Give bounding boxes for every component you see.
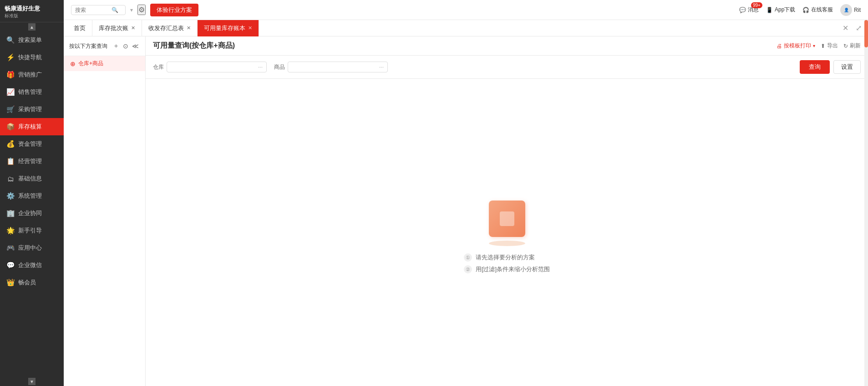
settings-scheme-btn[interactable]: ⊙	[122, 41, 129, 51]
header-right: 💬 消息 99+ 📱 App下载 🎧 在线客服 👤 Rit	[739, 4, 861, 16]
left-panel-actions: ＋ ⊙ ≪	[112, 41, 140, 51]
sidebar-item-marketing[interactable]: 🎁 营销推广	[0, 66, 64, 83]
sidebar-item-label: 采购管理	[18, 105, 42, 113]
avatar: 👤	[840, 4, 852, 16]
search-icon: 🔍	[6, 36, 15, 44]
tab-receipt-summary-label: 收发存汇总表	[148, 24, 184, 32]
empty-hint-1: ① 请先选择要分析的方案	[464, 253, 550, 262]
sidebar-logo: 畅康通好生意 标准版	[0, 0, 64, 22]
tab-receipt-summary[interactable]: 收发存汇总表 ✕	[142, 20, 198, 36]
sidebar-item-system[interactable]: ⚙️ 系统管理	[0, 187, 64, 205]
scheme-item-warehouse-product[interactable]: ⊕ 仓库+商品	[64, 56, 145, 71]
product-input[interactable]: ···	[288, 62, 388, 72]
scroll-down-btn[interactable]: ▼	[28, 378, 36, 385]
sidebar-item-member[interactable]: 👑 畅会员	[0, 274, 64, 291]
home-label: 首页	[74, 24, 86, 32]
dropdown-arrow-icon[interactable]: ▾	[130, 7, 133, 13]
sidebar-item-purchase[interactable]: 🛒 采购管理	[0, 101, 64, 118]
right-content: 可用量查询(按仓库+商品) 🖨 按模板打印 ▾ ⬆ 导出 ↻ 刷新	[146, 36, 868, 386]
empty-illustration	[480, 191, 534, 246]
username-label: Rit	[854, 7, 861, 13]
empty-box-graphic	[489, 201, 525, 237]
export-label: 导出	[827, 42, 838, 50]
query-btn[interactable]: 查询	[800, 60, 830, 74]
expand-tabs-btn[interactable]: ⤢	[853, 23, 864, 33]
warehouse-input[interactable]: ···	[167, 62, 267, 72]
sidebar-item-label: 快捷导航	[18, 53, 42, 62]
box-face	[500, 211, 514, 226]
industry-solution-btn[interactable]: 体验行业方案	[150, 4, 198, 16]
sidebar-item-inventory[interactable]: 📦 库存核算	[0, 118, 64, 135]
search-input[interactable]	[75, 7, 112, 13]
user-profile-btn[interactable]: 👤 Rit	[840, 4, 861, 16]
gift-icon: 🎁	[6, 71, 15, 79]
add-scheme-btn[interactable]: ＋	[112, 41, 120, 51]
close-all-tabs-btn[interactable]: ✕	[840, 23, 851, 33]
scroll-up-btn[interactable]: ▲	[28, 23, 36, 31]
scrollbar-thumb[interactable]	[864, 20, 868, 47]
sidebar-item-quick-nav[interactable]: ⚡ 快捷导航	[0, 49, 64, 66]
content-area: 按以下方案查询 ＋ ⊙ ≪ ⊕ 仓库+商品 可用量查询(按仓库+商品) 🖨	[64, 36, 868, 386]
sidebar-item-new-guide[interactable]: 🌟 新手引导	[0, 222, 64, 239]
export-btn[interactable]: ⬆ 导出	[821, 42, 838, 50]
product-more-btn[interactable]: ···	[379, 64, 384, 70]
empty-shadow	[489, 241, 525, 246]
right-scrollbar	[864, 20, 868, 386]
scheme-icon: ⊕	[70, 60, 76, 67]
sidebar-item-finance[interactable]: 💰 资金管理	[0, 135, 64, 153]
game-icon: 🎮	[6, 244, 15, 252]
left-panel-title: 按以下方案查询	[69, 42, 109, 50]
online-service-btn[interactable]: 🎧 在线客服	[802, 6, 833, 14]
sidebar-item-label: 营销推广	[18, 71, 42, 79]
tab-home[interactable]: 首页	[67, 20, 92, 36]
top-search-box[interactable]: 🔍	[71, 5, 126, 15]
main-area: 🔍 ▾ ⚙ 体验行业方案 💬 消息 99+ 📱 App下载 🎧 在线客服 👤	[64, 0, 868, 386]
filter-actions: 查询 设置	[800, 60, 861, 74]
lightning-icon: ⚡	[6, 53, 15, 62]
chat-icon: 💬	[6, 261, 15, 269]
money-icon: 💰	[6, 140, 15, 148]
tab-available-ledger[interactable]: 可用量库存账本 ✕	[198, 20, 259, 36]
tab-available-ledger-close[interactable]: ✕	[248, 25, 252, 31]
hint-num-2: ②	[464, 265, 472, 273]
avatar-initials: 👤	[844, 8, 849, 12]
sidebar-item-search[interactable]: 🔍 搜索菜单	[0, 31, 64, 49]
sidebar-item-app-center[interactable]: 🎮 应用中心	[0, 239, 64, 257]
sidebar-item-label: 应用中心	[18, 244, 42, 252]
sidebar-item-wechat[interactable]: 💬 企业微信	[0, 257, 64, 274]
warehouse-filter: 仓库 ···	[153, 62, 267, 72]
app-subtitle: 标准版	[5, 13, 59, 19]
crown-icon: 👑	[6, 278, 15, 287]
sidebar-item-label: 销售管理	[18, 88, 42, 96]
tabs-right: ✕ ⤢	[840, 23, 864, 33]
sidebar-scroll-down[interactable]: ▼	[0, 377, 64, 386]
empty-hints: ① 请先选择要分析的方案 ② 用[过滤]条件来缩小分析范围	[464, 253, 550, 273]
tab-batch-ledger[interactable]: 库存批次账 ✕	[92, 20, 142, 36]
sidebar-item-sales[interactable]: 📈 销售管理	[0, 83, 64, 101]
message-badge: 99+	[751, 2, 762, 8]
message-btn[interactable]: 💬 消息 99+	[739, 6, 759, 14]
sidebar-item-enterprise[interactable]: 🏢 企业协同	[0, 205, 64, 222]
sidebar-item-label: 库存核算	[18, 123, 42, 131]
sidebar-item-label: 搜索菜单	[18, 36, 42, 44]
sidebar-nav: 🔍 搜索菜单 ⚡ 快捷导航 🎁 营销推广 📈 销售管理 🛒 采购管理 📦 库存核…	[0, 31, 64, 377]
page-title: 可用量查询(按仓库+商品)	[153, 41, 777, 51]
left-filter-panel: 按以下方案查询 ＋ ⊙ ≪ ⊕ 仓库+商品	[64, 36, 146, 386]
gear-settings-btn[interactable]: ⚙	[137, 5, 146, 15]
app-download-btn[interactable]: 📱 App下载	[766, 6, 795, 14]
page-header: 可用量查询(按仓库+商品) 🖨 按模板打印 ▾ ⬆ 导出 ↻ 刷新	[146, 36, 868, 56]
filter-settings-btn[interactable]: 设置	[833, 60, 861, 74]
sidebar-item-base-info[interactable]: 🗂 基础信息	[0, 170, 64, 187]
empty-state: ① 请先选择要分析的方案 ② 用[过滤]条件来缩小分析范围	[146, 79, 868, 386]
tab-receipt-summary-close[interactable]: ✕	[187, 25, 191, 31]
refresh-icon: ↻	[843, 43, 848, 49]
collapse-panel-btn[interactable]: ≪	[131, 41, 140, 51]
refresh-btn[interactable]: ↻ 刷新	[843, 42, 861, 50]
refresh-label: 刷新	[850, 42, 861, 50]
warehouse-more-btn[interactable]: ···	[258, 64, 263, 70]
template-print-btn[interactable]: 🖨 按模板打印 ▾	[777, 42, 815, 50]
sidebar-scroll-up[interactable]: ▲	[0, 22, 64, 31]
sidebar-item-operations[interactable]: 📋 经营管理	[0, 153, 64, 170]
print-dropdown-icon[interactable]: ▾	[813, 43, 815, 48]
tab-batch-ledger-close[interactable]: ✕	[131, 25, 135, 31]
